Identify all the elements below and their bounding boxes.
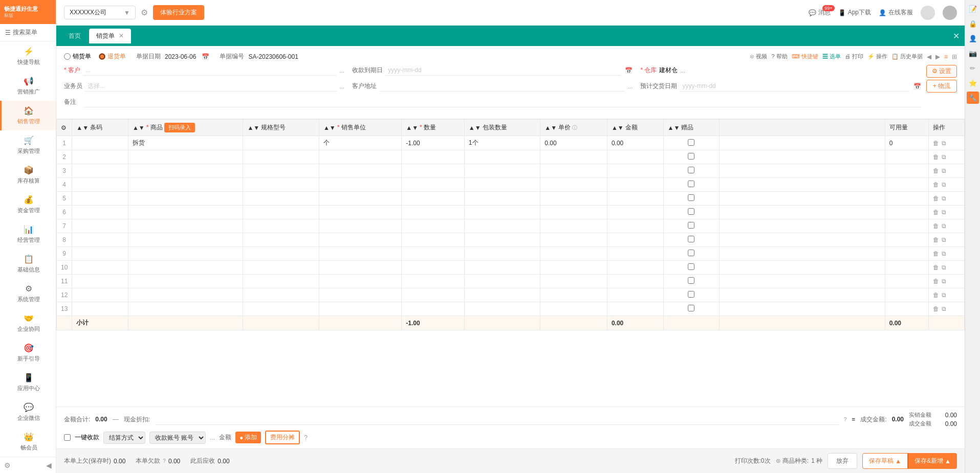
right-panel-item-6[interactable]: ⭐: [967, 77, 979, 89]
copy-row-icon[interactable]: ⧉: [942, 278, 946, 285]
list-view-icon[interactable]: ≡: [944, 53, 948, 60]
price-info-icon[interactable]: ⓘ: [572, 124, 577, 131]
app-download-item[interactable]: 📱 App下载: [838, 8, 871, 17]
help-icon[interactable]: ?: [304, 434, 308, 441]
message-item[interactable]: 💬 消息 99+: [809, 8, 831, 17]
copy-row-icon[interactable]: ⧉: [942, 264, 946, 271]
table-settings-icon[interactable]: ⚙: [61, 124, 67, 131]
nav-prev-icon[interactable]: ◀: [927, 53, 931, 60]
th-settings[interactable]: ⚙: [57, 120, 72, 136]
copy-row-icon[interactable]: ⧉: [942, 209, 946, 216]
qty-cell[interactable]: -1.00: [402, 136, 465, 150]
right-panel-item-5[interactable]: ✏: [967, 62, 979, 74]
save-draft-button[interactable]: 保存草稿 ▲: [862, 453, 908, 469]
gift-cell[interactable]: [663, 136, 720, 150]
right-panel-item-4[interactable]: 📷: [967, 47, 979, 59]
copy-row-icon[interactable]: ⧉: [942, 167, 946, 174]
tab-home[interactable]: 首页: [61, 29, 88, 43]
copy-row-icon[interactable]: ⧉: [942, 181, 946, 188]
discount-input[interactable]: [155, 414, 839, 425]
tab-sales-order[interactable]: 销货单 ✕: [89, 29, 131, 43]
radio-return-order[interactable]: 退货单: [99, 52, 126, 61]
due-date-calendar-icon[interactable]: 📅: [625, 67, 633, 74]
copy-row-icon[interactable]: ⧉: [942, 140, 946, 147]
select-link[interactable]: ☰ 选单: [822, 53, 841, 60]
sidebar-item-quick-nav[interactable]: ⚡ 快捷导航: [0, 41, 56, 71]
shortcuts-link[interactable]: ⌨ 快捷键: [792, 53, 818, 60]
unit-cell[interactable]: 个: [319, 136, 401, 150]
salesperson-input[interactable]: [85, 81, 337, 92]
expected-date-input[interactable]: [680, 81, 909, 92]
sidebar-item-newbie[interactable]: 🎯 新手引导: [0, 338, 56, 368]
delete-row-icon[interactable]: 🗑: [933, 264, 939, 271]
avatar2[interactable]: [943, 6, 957, 20]
due-date-input[interactable]: [385, 65, 621, 76]
salesperson-dots[interactable]: ...: [339, 83, 344, 90]
print-link[interactable]: 🖨 打印: [845, 53, 863, 60]
right-panel-item-1[interactable]: 📝: [967, 3, 979, 15]
copy-row-icon[interactable]: ⧉: [942, 250, 946, 257]
copy-row-icon[interactable]: ⧉: [942, 291, 946, 299]
close-all-tabs-icon[interactable]: ✕: [953, 31, 960, 41]
delete-row-icon[interactable]: 🗑: [933, 195, 939, 202]
radio-sales-order[interactable]: 销货单: [64, 52, 91, 61]
delete-row-icon[interactable]: 🗑: [933, 291, 939, 299]
expense-button[interactable]: 费用分摊: [265, 431, 300, 444]
abandon-button[interactable]: 放弃: [827, 453, 857, 469]
customer-dots[interactable]: ...: [339, 67, 344, 74]
grid-view-icon[interactable]: ⊞: [952, 53, 957, 60]
method-select[interactable]: 结算方式: [103, 432, 145, 444]
debit-info-icon[interactable]: ?: [163, 458, 166, 464]
notes-input[interactable]: [84, 97, 921, 107]
spec-cell[interactable]: [243, 136, 319, 150]
warehouse-dots[interactable]: ...: [680, 67, 685, 74]
sidebar-item-wechat[interactable]: 💬 企业微信: [0, 397, 56, 427]
right-panel-item-3[interactable]: 👤: [967, 32, 979, 44]
delete-row-icon[interactable]: 🗑: [933, 167, 939, 174]
help-link[interactable]: ? 帮助: [771, 53, 787, 60]
trial-button[interactable]: 体验行业方案: [153, 5, 204, 20]
delete-row-icon[interactable]: 🗑: [933, 250, 939, 257]
account-dots[interactable]: ...: [210, 434, 215, 441]
barcode-cell[interactable]: [72, 136, 128, 150]
delete-row-icon[interactable]: 🗑: [933, 153, 939, 161]
sidebar-item-finance[interactable]: 💰 资金管理: [0, 190, 56, 219]
delete-row-icon[interactable]: 🗑: [933, 222, 939, 230]
sidebar-item-purchase[interactable]: 🛒 采购管理: [0, 130, 56, 160]
avatar[interactable]: [921, 6, 935, 20]
copy-row-icon[interactable]: ⧉: [942, 195, 946, 202]
expected-date-calendar-icon[interactable]: 📅: [913, 83, 921, 90]
delete-row-icon[interactable]: 🗑: [933, 305, 939, 312]
sidebar-item-sales[interactable]: 🏠 销售管理: [0, 101, 56, 130]
sidebar-item-inventory[interactable]: 📦 库存核算: [0, 160, 56, 190]
sidebar-search[interactable]: ☰ 搜索菜单: [0, 24, 56, 41]
history-link[interactable]: 📋 历史单据: [891, 53, 923, 60]
nav-next-icon[interactable]: ▶: [935, 53, 940, 60]
sidebar-item-basic-info[interactable]: 📋 基础信息: [0, 249, 56, 279]
delete-row-icon[interactable]: 🗑: [933, 278, 939, 285]
right-panel-item-2[interactable]: 🔒: [967, 17, 979, 30]
copy-row-icon[interactable]: ⧉: [942, 305, 946, 312]
save-new-button[interactable]: 保存&新增 ▲: [908, 453, 957, 469]
one-click-pay-checkbox[interactable]: [64, 434, 71, 441]
pkg-qty-cell[interactable]: 1个: [464, 136, 540, 150]
account-select[interactable]: 收款账号 账号: [149, 432, 206, 444]
sidebar-item-marketing[interactable]: 📢 营销推广: [0, 71, 56, 101]
collapse-icon[interactable]: ◀: [46, 461, 52, 469]
online-service-item[interactable]: 👤 在线客服: [879, 8, 913, 17]
tab-close-icon[interactable]: ✕: [119, 32, 124, 39]
copy-row-icon[interactable]: ⧉: [942, 222, 946, 230]
amount-cell[interactable]: 0.00: [607, 136, 663, 150]
customer-input[interactable]: [83, 65, 337, 76]
operation-link[interactable]: ⚡ 操作: [867, 53, 887, 60]
sidebar-item-app[interactable]: 📱 应用中心: [0, 368, 56, 397]
delete-row-icon[interactable]: 🗑: [933, 209, 939, 216]
copy-row-icon[interactable]: ⧉: [942, 236, 946, 243]
sidebar-item-member[interactable]: 👑 畅会员: [0, 427, 56, 457]
delete-row-icon[interactable]: 🗑: [933, 236, 939, 243]
settings-button[interactable]: ⚙ 设置: [926, 65, 957, 78]
copy-row-icon[interactable]: ⧉: [942, 153, 946, 161]
company-selector[interactable]: XXXXXX公司 ▼: [64, 6, 136, 19]
logistics-button[interactable]: + 物流: [926, 80, 957, 93]
price-cell[interactable]: 0.00: [540, 136, 607, 150]
